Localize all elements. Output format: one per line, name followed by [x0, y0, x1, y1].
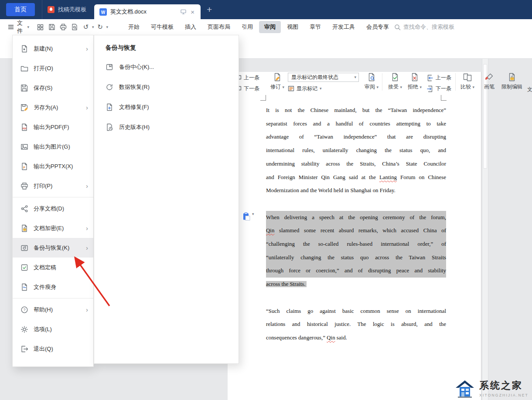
ribbon-separator	[382, 73, 382, 91]
document-line[interactable]: Qin slammed some recent absurd remarks, …	[266, 224, 446, 237]
file-menu-item-保存(S)[interactable]: 保存(S)	[13, 78, 93, 98]
file-menu-item-label: 文档加密(E)	[34, 224, 81, 232]
watermark-subtitle: XITONGZHIJIA.NET	[479, 393, 529, 397]
chevron-down-icon[interactable]: ▾	[106, 25, 108, 29]
ribbon-tab-审阅[interactable]: 审阅	[259, 21, 281, 33]
ribbon-tab-页面布局[interactable]: 页面布局	[202, 21, 235, 33]
file-menu-button[interactable]: 文件 ▾	[5, 17, 32, 37]
search-placeholder: 查找命令、搜索模板	[403, 23, 454, 31]
file-menu-item-输出为PPTX(X)[interactable]: P输出为PPTX(X)	[13, 156, 93, 176]
chevron-down-icon: ▾	[400, 85, 402, 89]
backup-restore-submenu: 备份与恢复 备份中心(K)...数据恢复(R)文档修复(F)历史版本(H)	[94, 35, 239, 364]
file-menu-item-分享文档(D)[interactable]: 分享文档(D)	[13, 199, 93, 218]
submenu-item-备份中心(K)...[interactable]: 备份中心(K)...	[94, 57, 239, 77]
compare-button[interactable]: 比较 ▾	[458, 71, 477, 91]
hamburger-icon	[8, 24, 14, 30]
document-line[interactable]: and Foreign Minister Qin Gang said at th…	[266, 171, 446, 184]
monitor-icon[interactable]	[181, 9, 186, 14]
next-change-button[interactable]: 下一条	[426, 85, 451, 92]
save-icon[interactable]	[47, 22, 57, 32]
document-line[interactable]: consequences dangerous,” Qin said.	[266, 331, 446, 345]
file-menu-item-文档加密(E)[interactable]: 文档加密(E)›	[13, 218, 93, 238]
file-menu-item-label: 新建(N)	[34, 45, 81, 53]
reject-change-label: 拒绝	[408, 84, 418, 90]
document-line[interactable]: relations and historical justice. The lo…	[266, 318, 446, 331]
submenu-item-历史版本(H)[interactable]: 历史版本(H)	[94, 117, 239, 137]
document-line[interactable]: through force or coercion,” and of disru…	[266, 264, 446, 278]
tab-label: 找稿壳模板	[58, 6, 86, 14]
undo-icon[interactable]: ↺	[81, 22, 91, 32]
track-changes-button[interactable]: 修订 ▾	[268, 71, 287, 91]
show-markup-button[interactable]: 显示标记 ▾	[288, 85, 322, 92]
submenu-item-数据恢复(R)[interactable]: 数据恢复(R)	[94, 77, 239, 97]
ribbon-tab-插入[interactable]: 插入	[180, 21, 201, 33]
document-paragraph: When delivering a speech at the opening …	[266, 211, 446, 291]
ribbon-tab-视图[interactable]: 视图	[282, 21, 304, 33]
markup-state-value: 显示标记的最终状态	[291, 74, 354, 81]
new-tab-button[interactable]: +	[207, 4, 212, 15]
tab-current-document[interactable]: W 英文文档.docx ×	[94, 4, 201, 19]
file-menu-item-退出(Q)[interactable]: 退出(Q)	[13, 339, 93, 359]
file-menu-item-输出为图片(G)[interactable]: 输出为图片(G)	[13, 137, 93, 156]
chevron-down-icon[interactable]: ▾	[92, 25, 94, 29]
markup-state-dropdown[interactable]: 显示标记的最终状态 ▾	[288, 73, 359, 82]
file-menu-item-选项(L)[interactable]: 选项(L)	[13, 319, 93, 339]
file-menu-item-打开(O)[interactable]: 打开(O)	[13, 58, 93, 78]
reject-change-button[interactable]: 拒绝 ▾	[405, 71, 424, 91]
ribbon-tab-章节[interactable]: 章节	[304, 21, 326, 33]
previous-change-button[interactable]: 上一条	[426, 74, 451, 81]
print-preview-icon[interactable]	[69, 22, 80, 32]
file-menu-item-另存为(A)[interactable]: 另存为(A)›	[13, 98, 93, 117]
document-line[interactable]: advantage of “Taiwan independence” that …	[266, 130, 446, 144]
command-search[interactable]: 查找命令、搜索模板	[394, 23, 454, 31]
fm-share-icon	[20, 205, 28, 213]
apps-icon[interactable]	[35, 22, 46, 32]
document-line[interactable]: Modernization and the World held in Shan…	[266, 184, 446, 197]
print-icon[interactable]	[58, 22, 68, 32]
cutoff-button-label[interactable]: 文	[527, 86, 532, 93]
document-line[interactable]: separatist forces and a handful of count…	[266, 117, 446, 131]
ribbon-separator	[455, 73, 456, 91]
file-menu-item-输出为PDF(F)[interactable]: PDF输出为PDF(F)	[13, 117, 93, 137]
document-line[interactable]: across the Straits.	[266, 278, 446, 291]
document-line[interactable]: It is not the Chinese mainland, but the …	[266, 104, 446, 117]
paste-options-button[interactable]: ▾	[242, 212, 254, 221]
close-tab-icon[interactable]: ×	[190, 8, 195, 16]
file-menu-item-label: 退出(Q)	[34, 345, 88, 353]
fm-pdf-icon: PDF	[20, 123, 28, 131]
compare-label: 比较	[460, 84, 471, 90]
previous-change-label: 上一条	[436, 74, 451, 81]
document-line[interactable]: “unilaterally changing the status quo ac…	[266, 251, 446, 264]
text-selection: across the Straits.	[266, 281, 307, 287]
ribbon-tab-开发工具[interactable]: 开发工具	[327, 21, 360, 33]
show-markup-label: 显示标记	[297, 85, 317, 92]
file-menu-item-新建(N)[interactable]: 新建(N)›	[13, 39, 93, 58]
document-page[interactable]: It is not the Chinese mainland, but the …	[228, 72, 481, 400]
ribbon-tab-开始[interactable]: 开始	[123, 21, 145, 33]
tab-docer-template[interactable]: 找稿壳模板	[42, 0, 94, 19]
file-menu-item-打印(P)[interactable]: 打印(P)›	[13, 176, 93, 196]
document-line[interactable]: international rules, unilaterally changi…	[266, 144, 446, 157]
accept-change-icon	[385, 71, 405, 83]
redo-icon[interactable]: ↻	[95, 22, 105, 32]
document-line[interactable]: When delivering a speech at the opening …	[266, 211, 446, 224]
home-tab[interactable]: 首页	[6, 3, 35, 16]
document-line[interactable]: undermining stability across the Straits…	[266, 157, 446, 171]
fm-image-icon	[20, 143, 28, 151]
submenu-item-文档修复(F)[interactable]: 文档修复(F)	[94, 97, 239, 117]
ink-pen-button[interactable]: 画笔	[480, 71, 499, 91]
accept-change-button[interactable]: 接受 ▾	[385, 71, 405, 91]
review-pane-button[interactable]: 审阅 ▾	[362, 71, 381, 91]
ribbon-tab-引用[interactable]: 引用	[236, 21, 258, 33]
ribbon-tab-可牛模板[interactable]: 可牛模板	[146, 21, 179, 33]
vertical-scrollbar[interactable]	[482, 59, 488, 400]
ribbon-tab-会员专享[interactable]: 会员专享	[361, 21, 394, 33]
restrict-editing-button[interactable]: 限制编辑	[500, 71, 524, 91]
file-menu-item-label: 打开(O)	[34, 64, 88, 72]
document-line[interactable]: “Such claims go against basic common sen…	[266, 305, 446, 318]
submenu-title: 备份与恢复	[106, 44, 239, 52]
spellcheck-squiggle: Qin	[327, 335, 335, 341]
writer-icon: W	[99, 8, 107, 16]
ink-pen-icon	[480, 71, 499, 83]
document-line[interactable]: “challenging the so-called rules-based i…	[266, 237, 446, 251]
